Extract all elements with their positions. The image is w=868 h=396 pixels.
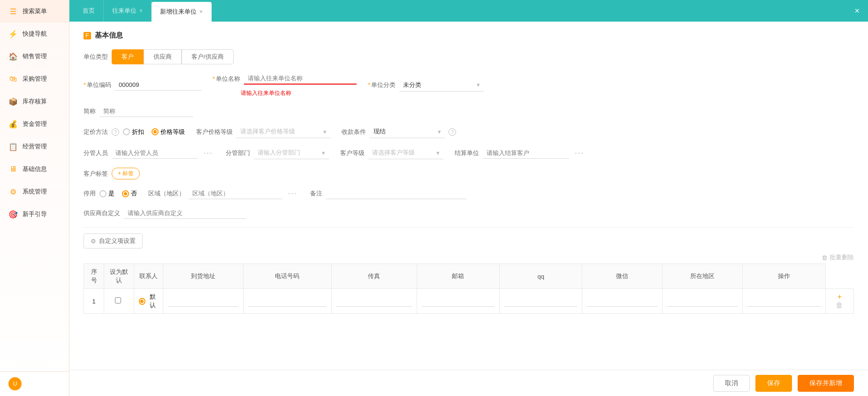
category-value: 未分类 [403,81,421,89]
sidebar-item-finance[interactable]: 💰 资金管理 [0,113,69,135]
col-wechat: 微信 [582,264,662,289]
save-button[interactable]: 保存 [755,375,792,392]
default-radio[interactable] [139,298,145,305]
disabled-no-radio [122,190,129,197]
pricing-discount-option[interactable]: 折扣 [123,128,144,136]
sidebar-item-system[interactable]: ⚙ 系统管理 [0,180,69,203]
settlement-input[interactable] [483,148,569,159]
supplier-custom-input[interactable] [124,208,246,219]
tag-row: 客户标签 + 标签 [84,168,854,179]
save-and-new-button[interactable]: 保存并新增 [798,375,854,392]
basic-icon: 🖥 [8,164,18,174]
disabled-no-option[interactable]: 否 [122,189,137,198]
pricing-grade-radio [152,128,159,135]
col-email: 邮箱 [417,264,499,289]
unit-type-supplier[interactable]: 供应商 [144,49,182,64]
table-body: 1 默认 [84,289,854,314]
delete-row-button[interactable]: 🗑 [834,301,845,310]
sidebar-label-system: 系统管理 [23,187,47,196]
payment-select[interactable]: 现结 ▾ [370,125,445,138]
sidebar-item-basic[interactable]: 🖥 基础信息 [0,158,69,180]
area-group: 区域（地区） ··· [148,188,299,199]
col-area: 所在地区 [662,264,743,289]
form-divider [84,227,854,228]
name-input[interactable] [244,73,357,85]
unit-type-customer[interactable]: 客户 [112,49,144,64]
row-wechat[interactable] [662,289,743,314]
dept-arrow-icon: ▾ [322,149,325,156]
manager-input[interactable] [112,148,198,159]
sidebar-item-sales[interactable]: 🏠 销售管理 [0,45,69,68]
sidebar-item-inventory[interactable]: 📦 库存核算 [0,90,69,113]
pricing-help-icon[interactable]: ? [112,128,119,136]
row-index: 1 [84,289,104,314]
area-label: 区域（地区） [148,189,185,198]
tab-new-partner-close[interactable]: × [199,9,203,15]
sidebar-search[interactable]: ☰ 搜索菜单 [0,0,69,23]
sidebar-item-quick-nav[interactable]: ⚡ 快捷导航 [0,23,69,45]
disabled-label: 停用 [84,189,96,198]
row-address[interactable] [244,289,331,314]
row-default-radio: 默认 [134,289,163,314]
col-fax: 传真 [331,264,417,289]
row-fax[interactable] [417,289,499,314]
row-area[interactable] [743,289,825,314]
sidebar-item-operation[interactable]: 📋 经营管理 [0,135,69,158]
row-default-check[interactable] [104,289,134,314]
manager-more-icon[interactable]: ··· [202,149,214,157]
manager-label: 分管人员 [84,149,108,157]
sidebar-item-purchase[interactable]: 🛍 采购管理 [0,68,69,90]
section-icon: F [84,32,91,39]
add-row-button[interactable]: + [836,293,844,301]
manager-row: 分管人员 ··· 分管部门 请输入分管部门 ▾ 客户等级 请选择客户等级 ▾ 结… [84,147,854,159]
category-group: *单位分类 未分类 ▾ [368,79,484,92]
add-tag-button[interactable]: + 标签 [112,168,140,179]
shortname-input[interactable] [99,106,193,117]
close-all-button[interactable]: × [851,6,863,16]
price-grade-select[interactable]: 请选择客户价格等级 ▾ [236,125,330,138]
settlement-more-icon[interactable]: ··· [573,149,586,157]
system-icon: ⚙ [8,187,18,196]
shortname-group: 简称 [84,106,193,117]
pricing-discount-radio [123,128,130,135]
disabled-radio-group: 是 否 [99,189,137,198]
custom-settings-button[interactable]: ⚙ 自定义项设置 [84,233,143,248]
tab-partners-close[interactable]: × [139,8,143,14]
finance-icon: 💰 [8,119,18,129]
batch-delete-icon: 🗑 [822,254,828,261]
cancel-button[interactable]: 取消 [713,375,750,392]
operation-icon: 📋 [8,142,18,151]
area-input[interactable] [189,188,282,199]
payment-label: 收款条件 [342,128,366,136]
sidebar-search-label: 搜索菜单 [23,7,47,16]
sidebar-label-finance: 资金管理 [23,120,47,128]
dept-select[interactable]: 请输入分管部门 ▾ [254,147,329,159]
name-label: *单位名称 [213,75,240,83]
row-qq[interactable] [582,289,662,314]
pricing-grade-option[interactable]: 价格等级 [152,128,185,136]
category-select[interactable]: 未分类 ▾ [399,79,484,92]
guide-icon: 🎯 [8,210,18,219]
sidebar-item-guide[interactable]: 🎯 新手引导 [0,203,69,225]
purchase-icon: 🛍 [8,74,18,84]
remark-input[interactable] [326,188,467,199]
customer-grade-select[interactable]: 请选择客户等级 ▾ [368,147,443,159]
table-header: 序号 设为默认 联系人 到货地址 电话号码 传真 邮箱 qq 微信 所在地区 操… [84,264,854,289]
sidebar: ☰ 搜索菜单 ⚡ 快捷导航 🏠 销售管理 🛍 采购管理 📦 库存核算 💰 资金管… [0,0,69,396]
custom-settings-row: ⚙ 自定义项设置 [84,233,854,248]
area-more-icon[interactable]: ··· [286,189,299,198]
disabled-yes-option[interactable]: 是 [99,189,114,198]
category-arrow-icon: ▾ [477,81,480,88]
code-input[interactable] [115,79,201,91]
payment-help-icon[interactable]: ? [449,128,456,136]
row-contact[interactable] [163,289,244,314]
tab-new-partner[interactable]: 新增往来单位 × [152,2,212,22]
row-phone[interactable] [331,289,417,314]
unit-type-both[interactable]: 客户/供应商 [182,49,234,64]
customer-grade-placeholder: 请选择客户等级 [372,148,415,157]
row-checkbox[interactable] [115,297,121,303]
batch-delete-label[interactable]: 批量删除 [830,253,854,262]
tab-home[interactable]: 首页 [74,0,104,22]
row-email[interactable] [499,289,582,314]
tab-partners[interactable]: 往来单位 × [104,0,152,22]
